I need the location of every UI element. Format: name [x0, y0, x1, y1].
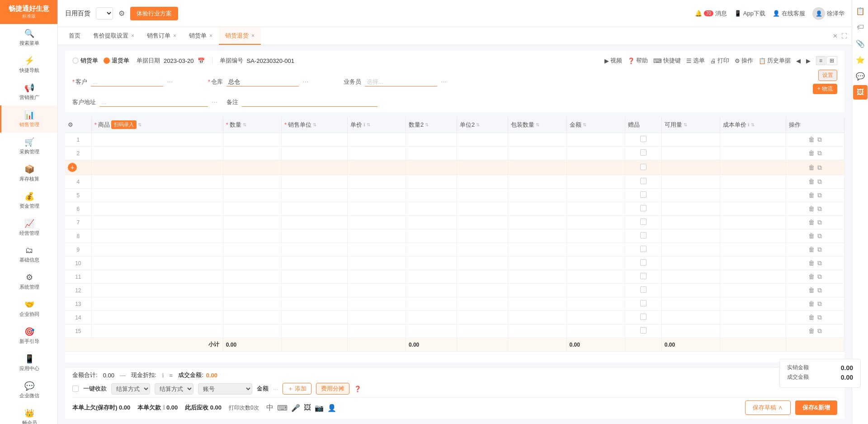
- right-panel-tag[interactable]: 🏷: [853, 20, 868, 34]
- unit-cell[interactable]: [282, 284, 348, 297]
- industry-select[interactable]: [96, 7, 113, 19]
- save-new-btn[interactable]: 保存&新增: [795, 400, 837, 415]
- product-cell[interactable]: [91, 270, 223, 284]
- gift-checkbox[interactable]: [640, 314, 646, 320]
- cost-price-cell[interactable]: [720, 311, 786, 324]
- cost-price-cell[interactable]: [720, 189, 786, 202]
- amount-cell[interactable]: [566, 297, 625, 311]
- delete-icon[interactable]: 🗑: [808, 327, 815, 335]
- price-cell[interactable]: [347, 189, 406, 202]
- quantity2-cell[interactable]: [406, 311, 457, 324]
- quantity-cell[interactable]: [223, 243, 281, 257]
- cost-price-cell[interactable]: [720, 243, 786, 257]
- mic-icon[interactable]: 🎤: [291, 404, 300, 412]
- unit-cell[interactable]: [282, 297, 348, 311]
- unit-cell[interactable]: [282, 147, 348, 160]
- amount-cell[interactable]: [566, 189, 625, 202]
- quantity2-cell[interactable]: [406, 270, 457, 284]
- pack-cell[interactable]: [508, 297, 566, 311]
- delete-icon[interactable]: 🗑: [808, 259, 815, 267]
- price-cell[interactable]: [347, 324, 406, 338]
- right-panel-image[interactable]: 🖼: [853, 85, 868, 100]
- message-item[interactable]: 🔔 70 消息: [695, 10, 727, 18]
- delete-icon[interactable]: 🗑: [808, 149, 815, 157]
- cost-price-cell[interactable]: [720, 160, 786, 175]
- split-btn[interactable]: 费用分摊: [316, 383, 349, 395]
- quantity-cell[interactable]: [223, 147, 281, 160]
- gift-cell[interactable]: [625, 189, 661, 202]
- remark-input[interactable]: [242, 98, 377, 107]
- delete-icon[interactable]: 🗑: [808, 219, 815, 226]
- gift-checkbox[interactable]: [640, 327, 646, 333]
- price-cell[interactable]: [347, 257, 406, 270]
- product-cell[interactable]: [91, 133, 223, 147]
- quantity-cell[interactable]: [223, 216, 281, 229]
- pack-cell[interactable]: [508, 284, 566, 297]
- quantity-cell[interactable]: [223, 311, 281, 324]
- address-input[interactable]: [99, 98, 208, 107]
- pack-cell[interactable]: [508, 270, 566, 284]
- billing-mode-select[interactable]: 结算方式: [155, 383, 193, 395]
- product-cell[interactable]: [91, 257, 223, 270]
- quantity2-cell[interactable]: [406, 243, 457, 257]
- add-btn[interactable]: ＋ 添加: [283, 383, 312, 395]
- quantity2-cell[interactable]: [406, 257, 457, 270]
- radio-sales[interactable]: 销货单: [72, 57, 98, 65]
- unit2-cell[interactable]: [457, 243, 508, 257]
- quantity2-cell[interactable]: [406, 175, 457, 189]
- sidebar-item-system[interactable]: ⚙ 系统管理: [0, 268, 57, 295]
- print-btn[interactable]: 🖨 打印: [710, 57, 729, 65]
- gift-checkbox[interactable]: [640, 300, 646, 306]
- close-all-icon[interactable]: ✕: [833, 33, 838, 39]
- copy-icon[interactable]: ⧉: [817, 136, 822, 143]
- unit-cell[interactable]: [282, 229, 348, 243]
- unit-sort[interactable]: ⇅: [313, 122, 316, 127]
- gift-checkbox[interactable]: [640, 191, 646, 198]
- gift-cell[interactable]: [625, 284, 661, 297]
- product-cell[interactable]: [91, 175, 223, 189]
- tab-sales-order-close[interactable]: ×: [173, 33, 176, 39]
- product-cell[interactable]: [91, 311, 223, 324]
- product-cell[interactable]: [91, 324, 223, 338]
- cost-price-cell[interactable]: [720, 297, 786, 311]
- operate-btn[interactable]: ⚙ 操作: [735, 57, 753, 65]
- quantity-cell[interactable]: [223, 270, 281, 284]
- copy-icon[interactable]: ⧉: [817, 273, 822, 281]
- gift-cell[interactable]: [625, 324, 661, 338]
- available-cell[interactable]: [661, 229, 720, 243]
- salesperson-input[interactable]: [365, 77, 437, 86]
- unit2-cell[interactable]: [457, 189, 508, 202]
- delete-icon[interactable]: 🗑: [808, 164, 815, 172]
- pack-cell[interactable]: [508, 133, 566, 147]
- pack-cell[interactable]: [508, 175, 566, 189]
- delete-icon[interactable]: 🗑: [808, 178, 815, 186]
- warehouse-input[interactable]: [226, 77, 299, 86]
- quantity2-cell[interactable]: [406, 284, 457, 297]
- tab-home[interactable]: 首页: [62, 27, 87, 45]
- available-cell[interactable]: [661, 284, 720, 297]
- price-cell[interactable]: [347, 243, 406, 257]
- available-cell[interactable]: [661, 257, 720, 270]
- debt-help-icon[interactable]: ℹ: [163, 404, 165, 411]
- typing-icon[interactable]: ⌨: [277, 404, 288, 412]
- unit2-cell[interactable]: [457, 324, 508, 338]
- help-btn[interactable]: ❓ 帮助: [627, 57, 648, 65]
- pack-cell[interactable]: [508, 311, 566, 324]
- gift-checkbox[interactable]: [640, 136, 646, 142]
- amount-cell[interactable]: [566, 243, 625, 257]
- delete-icon[interactable]: 🗑: [808, 273, 815, 281]
- video-btn[interactable]: ▶ 视频: [604, 57, 622, 65]
- tab-sales-close[interactable]: ×: [209, 33, 212, 39]
- cost-price-cell[interactable]: [720, 202, 786, 216]
- amount-cell[interactable]: [566, 284, 625, 297]
- gift-checkbox[interactable]: [640, 246, 646, 252]
- sidebar-item-collaboration[interactable]: 🤝 企业协同: [0, 295, 57, 322]
- amount-cell[interactable]: [566, 270, 625, 284]
- unit2-cell[interactable]: [457, 175, 508, 189]
- product-cell[interactable]: [91, 243, 223, 257]
- warehouse-dots[interactable]: ···: [302, 78, 308, 86]
- image-icon[interactable]: 🖼: [304, 404, 311, 412]
- amount-cell[interactable]: [566, 202, 625, 216]
- amount-cell[interactable]: [566, 175, 625, 189]
- sidebar-item-quick-nav[interactable]: ⚡ 快捷导航: [0, 51, 57, 78]
